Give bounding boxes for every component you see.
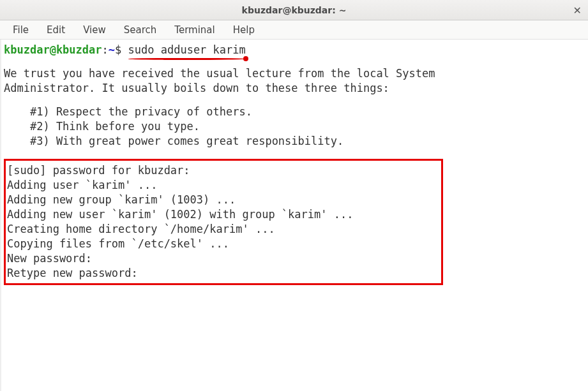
lecture-point3: #3) With great power comes great respons…: [30, 134, 585, 149]
window-titlebar: kbuzdar@kbuzdar: ~ ✕: [0, 0, 588, 20]
highlight-underline: [128, 58, 246, 60]
sudo-lecture: We trust you have received the usual lec…: [4, 66, 585, 149]
prompt-sep: :: [102, 43, 109, 56]
output-line: [sudo] password for kbuzdar:: [7, 163, 440, 178]
lecture-points: #1) Respect the privacy of others. #2) T…: [4, 105, 585, 149]
lecture-line2: Administrator. It usually boils down to …: [4, 81, 585, 96]
command-text: sudo adduser karim: [128, 43, 246, 56]
output-line: Adding new group `karim' (1003) ...: [7, 193, 440, 207]
output-line: Copying files from `/etc/skel' ...: [7, 237, 440, 251]
output-line: Adding user `karim' ...: [7, 178, 440, 193]
highlighted-output-box: [sudo] password for kbuzdar: Adding user…: [4, 159, 443, 285]
output-line: Adding new user `karim' (1002) with grou…: [7, 207, 440, 222]
prompt-path: ~: [109, 43, 115, 56]
menu-file[interactable]: File: [4, 22, 38, 38]
lecture-point1: #1) Respect the privacy of others.: [30, 105, 585, 119]
typed-command: sudo adduser karim: [128, 43, 246, 57]
lecture-line1: We trust you have received the usual lec…: [4, 66, 585, 81]
close-icon[interactable]: ✕: [573, 4, 582, 16]
output-line: Retype new password:: [7, 266, 440, 281]
window-title: kbuzdar@kbuzdar: ~: [242, 5, 347, 15]
output-line: Creating home directory `/home/karim' ..…: [7, 222, 440, 237]
menu-view[interactable]: View: [74, 22, 115, 38]
terminal-area[interactable]: kbuzdar@kbuzdar:~$ sudo adduser karim We…: [0, 40, 588, 391]
menu-search[interactable]: Search: [115, 22, 166, 38]
menu-edit[interactable]: Edit: [38, 22, 74, 38]
lecture-point2: #2) Think before you type.: [30, 119, 585, 134]
menu-help[interactable]: Help: [224, 22, 264, 38]
menu-terminal[interactable]: Terminal: [165, 22, 223, 38]
prompt-line: kbuzdar@kbuzdar:~$ sudo adduser karim: [4, 43, 585, 57]
output-line: New password:: [7, 251, 440, 266]
menubar: File Edit View Search Terminal Help: [0, 20, 588, 40]
prompt-userhost: kbuzdar@kbuzdar: [4, 43, 102, 56]
prompt-dollar: $: [115, 43, 121, 56]
